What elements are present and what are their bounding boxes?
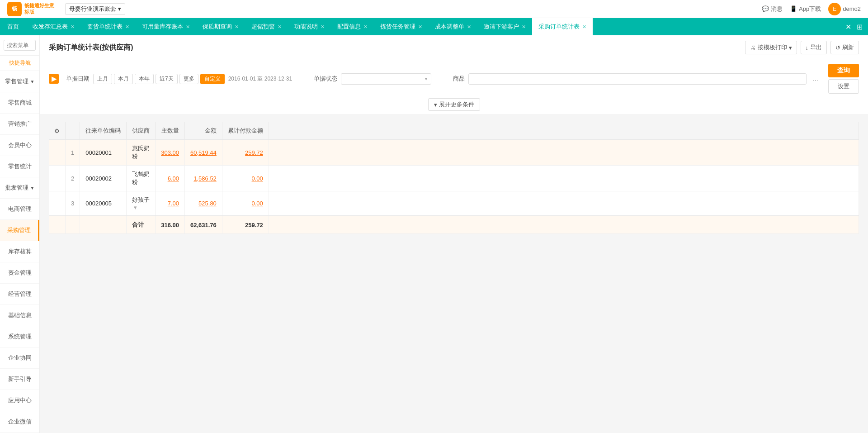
- tab-config-info[interactable]: 配置信息 ✕: [331, 18, 374, 35]
- settings-icon[interactable]: ⚙: [54, 128, 60, 134]
- sidebar-item-ecommerce[interactable]: 电商管理: [0, 199, 39, 220]
- sidebar-item-marketing[interactable]: 营销推广: [0, 114, 39, 135]
- date-shortcut-this-month[interactable]: 本月: [114, 74, 133, 84]
- amount-link-1[interactable]: 60,519.44: [190, 149, 217, 156]
- tab-invite-customer[interactable]: 邀请下游客户 ✕: [477, 18, 532, 35]
- template-print-button[interactable]: 🖨 按模板打印 ▾: [745, 41, 797, 54]
- date-shortcut-last-7-days[interactable]: 近7天: [156, 74, 178, 84]
- export-button[interactable]: ↓ 导出: [801, 41, 827, 54]
- close-icon[interactable]: ✕: [125, 24, 129, 30]
- row-amount-2[interactable]: 1,586.52: [185, 166, 222, 191]
- row-supplier-1: 惠氏奶粉: [127, 140, 156, 166]
- goods-label: 商品: [453, 75, 465, 83]
- footer-row: 合计 316.00 62,631.76 259.72: [49, 216, 859, 234]
- sidebar-item-enterprise-collab[interactable]: 企业协同: [0, 347, 39, 369]
- tab-expiry-query[interactable]: 保质期查询 ✕: [196, 18, 245, 35]
- tab-purchase-order-stats[interactable]: 采购订单统计表 ✕: [532, 18, 593, 35]
- account-selector[interactable]: 母婴行业演示账套 ▾: [65, 3, 125, 15]
- nav-close-btn[interactable]: ✕: [844, 21, 853, 33]
- status-select-wrapper[interactable]: ▾: [341, 73, 431, 85]
- amount-link-3[interactable]: 525.80: [198, 200, 217, 207]
- sidebar-item-quick-nav[interactable]: 快捷导航: [0, 56, 39, 71]
- table-row: 3 00020005 好孩子 ▾ 7.00 525.80 0.00: [49, 191, 859, 216]
- date-shortcut-last-month[interactable]: 上月: [93, 74, 112, 84]
- close-icon[interactable]: ✕: [235, 24, 239, 30]
- footer-supplier: 合计: [127, 216, 156, 234]
- row-qty-3[interactable]: 7.00: [156, 191, 185, 216]
- table-container: ⚙ 往来单位编码 供应商 主数量 金额 累计付款金额 1: [40, 115, 868, 433]
- top-bar-left: 畅 畅捷通好生意 标版 母婴行业演示账套 ▾: [7, 2, 125, 16]
- paid-link-3[interactable]: 0.00: [252, 200, 263, 207]
- date-shortcut-custom[interactable]: 自定义: [200, 74, 225, 84]
- tab-function-desc[interactable]: 功能说明 ✕: [288, 18, 331, 35]
- sidebar-item-wholesale-management[interactable]: 批发管理 ▼: [0, 177, 39, 199]
- sidebar-item-purchase-management[interactable]: 采购管理: [0, 220, 39, 241]
- row-qty-1[interactable]: 303.00: [156, 140, 185, 166]
- sidebar-item-system-management[interactable]: 系统管理: [0, 326, 39, 347]
- sidebar-item-retail-stats[interactable]: 零售统计: [0, 156, 39, 177]
- amount-link-2[interactable]: 1,586.52: [193, 175, 217, 182]
- search-input[interactable]: [4, 40, 36, 51]
- column-header-extra: [269, 122, 859, 140]
- sidebar-item-enterprise-wechat[interactable]: 企业微信: [0, 411, 39, 433]
- filter-actions: 查询 设置: [828, 64, 859, 94]
- sidebar-item-app-center[interactable]: 应用中心: [0, 390, 39, 411]
- close-icon[interactable]: ✕: [467, 24, 471, 30]
- sidebar-item-retail-mall[interactable]: 零售商城: [0, 92, 39, 114]
- tab-available-stock[interactable]: 可用量库存账本 ✕: [136, 18, 196, 35]
- expand-more-conditions-button[interactable]: ▾ 展开更多条件: [428, 98, 480, 111]
- close-icon[interactable]: ✕: [522, 24, 526, 30]
- status-label: 单据状态: [314, 75, 337, 83]
- close-icon[interactable]: ✕: [582, 24, 586, 30]
- message-button[interactable]: 💬 消息: [762, 5, 783, 13]
- row-paid-3[interactable]: 0.00: [222, 191, 269, 216]
- column-header-supplier: 供应商: [127, 122, 156, 140]
- sidebar-item-retail-management[interactable]: 零售管理 ▼: [0, 71, 39, 92]
- date-shortcut-this-year[interactable]: 本年: [135, 74, 154, 84]
- app-download-button[interactable]: 📱 App下载: [790, 5, 821, 13]
- qty-link-3[interactable]: 7.00: [168, 200, 179, 207]
- user-area[interactable]: E demo2: [828, 3, 861, 15]
- row-paid-2[interactable]: 0.00: [222, 166, 269, 191]
- tab-pick-task[interactable]: 拣货任务管理 ✕: [374, 18, 429, 35]
- refresh-icon: ↺: [835, 44, 840, 51]
- tab-receipt-summary[interactable]: 收发存汇总表 ✕: [26, 18, 81, 35]
- more-options-icon[interactable]: …: [810, 75, 821, 83]
- page-title-row: 采购订单统计表(按供应商) 🖨 按模板打印 ▾ ↓ 导出 ↺ 刷新: [49, 41, 859, 54]
- qty-link-1[interactable]: 303.00: [161, 149, 179, 156]
- sidebar-item-member-center[interactable]: 会员中心: [0, 135, 39, 156]
- close-icon[interactable]: ✕: [71, 24, 75, 30]
- nav-expand-btn[interactable]: ⊞: [855, 21, 864, 33]
- settings-button[interactable]: 设置: [828, 79, 859, 94]
- paid-link-2[interactable]: 0.00: [252, 175, 263, 182]
- tab-overstock-warning[interactable]: 超储预警 ✕: [245, 18, 288, 35]
- row-paid-1[interactable]: 259.72: [222, 140, 269, 166]
- query-button[interactable]: 查询: [828, 64, 859, 77]
- tab-order-stats[interactable]: 要货单统计表 ✕: [81, 18, 136, 35]
- close-icon[interactable]: ✕: [186, 24, 190, 30]
- refresh-button[interactable]: ↺ 刷新: [830, 41, 859, 54]
- filter-row-1: ▶ 单据日期 上月 本月 本年 近7天 更多 自定义 2016-01-01 至 …: [49, 64, 859, 94]
- row-amount-3[interactable]: 525.80: [185, 191, 222, 216]
- qty-link-2[interactable]: 6.00: [168, 175, 179, 182]
- sidebar-item-operations[interactable]: 经营管理: [0, 284, 39, 305]
- date-shortcut-more[interactable]: 更多: [179, 74, 198, 84]
- tab-cost-adjust[interactable]: 成本调整单 ✕: [429, 18, 477, 35]
- sidebar-item-basic-info[interactable]: 基础信息: [0, 305, 39, 326]
- close-icon[interactable]: ✕: [418, 24, 422, 30]
- row-extra-2: [269, 166, 859, 191]
- main-layout: 快捷导航 零售管理 ▼ 零售商城 营销推广 会员中心 零售统计 批发管理 ▼ 电…: [0, 35, 868, 433]
- row-qty-2[interactable]: 6.00: [156, 166, 185, 191]
- close-icon[interactable]: ✕: [278, 24, 282, 30]
- sidebar-item-new-user-guide[interactable]: 新手引导: [0, 369, 39, 390]
- close-icon[interactable]: ✕: [321, 24, 325, 30]
- filter-toggle-btn[interactable]: ▶: [49, 74, 59, 84]
- paid-link-1[interactable]: 259.72: [245, 149, 263, 156]
- sidebar-item-finance-management[interactable]: 资金管理: [0, 262, 39, 284]
- status-select[interactable]: [345, 76, 423, 82]
- tab-home[interactable]: 首页: [0, 18, 26, 35]
- row-amount-1[interactable]: 60,519.44: [185, 140, 222, 166]
- goods-input[interactable]: [468, 73, 807, 85]
- sidebar-item-stock-check[interactable]: 库存核算: [0, 241, 39, 262]
- close-icon[interactable]: ✕: [363, 24, 368, 30]
